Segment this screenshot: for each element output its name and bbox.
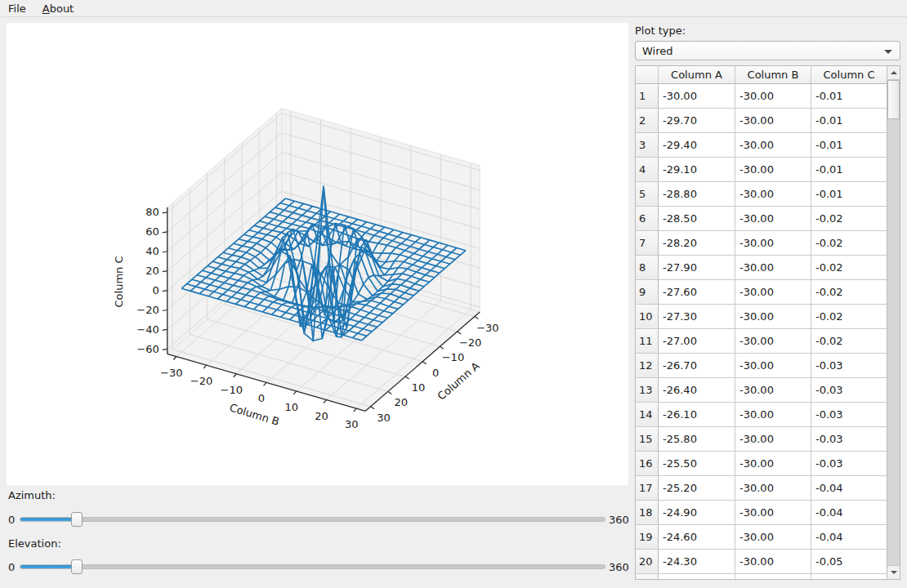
row-number-cell[interactable]: 18	[636, 501, 659, 525]
row-number-cell[interactable]: 13	[636, 378, 659, 403]
row-number-cell[interactable]: 17	[636, 476, 659, 501]
data-cell[interactable]: -0.02	[811, 329, 887, 354]
data-cell[interactable]: -0.03	[811, 452, 887, 476]
row-number-cell[interactable]: 8	[636, 256, 659, 280]
data-cell[interactable]: -30.00	[735, 109, 811, 133]
data-cell[interactable]: -0.05	[811, 550, 887, 574]
data-cell[interactable]: -30.00	[735, 158, 811, 182]
column-header[interactable]: Column B	[735, 66, 811, 83]
row-number-cell[interactable]: 11	[636, 329, 659, 354]
data-cell[interactable]	[811, 574, 887, 579]
row-number-cell[interactable]: 10	[636, 305, 659, 329]
column-header[interactable]: Column C	[811, 66, 887, 83]
data-cell[interactable]: -0.04	[811, 525, 887, 550]
data-cell[interactable]: -0.01	[811, 133, 887, 158]
data-cell[interactable]	[735, 574, 811, 579]
row-number-cell[interactable]: 6	[636, 207, 659, 231]
scroll-up-button[interactable]	[887, 66, 900, 80]
elevation-slider-handle[interactable]	[71, 559, 83, 574]
data-cell[interactable]: -30.00	[735, 427, 811, 452]
data-cell[interactable]: -30.00	[735, 133, 811, 158]
data-cell[interactable]: -30.00	[735, 256, 811, 280]
data-cell[interactable]: -0.01	[811, 182, 887, 207]
row-number-cell[interactable]	[636, 574, 659, 579]
data-cell[interactable]	[659, 574, 735, 579]
data-cell[interactable]: -25.50	[659, 452, 735, 476]
data-cell[interactable]: -30.00	[735, 354, 811, 378]
menu-about[interactable]: About	[34, 1, 82, 16]
data-cell[interactable]: -30.00	[735, 182, 811, 207]
data-cell[interactable]: -0.02	[811, 280, 887, 305]
data-cell[interactable]: -30.00	[735, 280, 811, 305]
data-cell[interactable]: -30.00	[735, 305, 811, 329]
data-cell[interactable]: -24.30	[659, 550, 735, 574]
azimuth-slider-handle[interactable]	[71, 512, 83, 527]
data-cell[interactable]: -29.40	[659, 133, 735, 158]
data-cell[interactable]: -30.00	[735, 403, 811, 427]
data-cell[interactable]: -30.00	[735, 378, 811, 403]
scroll-down-button[interactable]	[887, 565, 900, 579]
row-number-cell[interactable]: 12	[636, 354, 659, 378]
data-cell[interactable]: -0.03	[811, 354, 887, 378]
data-cell[interactable]: -0.01	[811, 84, 887, 109]
data-cell[interactable]: -27.60	[659, 280, 735, 305]
data-cell[interactable]: -0.01	[811, 158, 887, 182]
data-cell[interactable]: -0.01	[811, 109, 887, 133]
row-number-cell[interactable]: 2	[636, 109, 659, 133]
data-cell[interactable]: -30.00	[735, 550, 811, 574]
row-number-cell[interactable]: 4	[636, 158, 659, 182]
row-number-cell[interactable]: 9	[636, 280, 659, 305]
data-cell[interactable]: -25.20	[659, 476, 735, 501]
row-number-cell[interactable]: 5	[636, 182, 659, 207]
data-cell[interactable]: -26.40	[659, 378, 735, 403]
scrollbar-thumb[interactable]	[887, 80, 900, 119]
row-number-cell[interactable]: 16	[636, 452, 659, 476]
data-cell[interactable]: -26.70	[659, 354, 735, 378]
data-cell[interactable]: -30.00	[735, 452, 811, 476]
data-cell[interactable]: -27.30	[659, 305, 735, 329]
data-cell[interactable]: -0.02	[811, 207, 887, 231]
column-header[interactable]: Column A	[659, 66, 735, 83]
data-cell[interactable]: -26.10	[659, 403, 735, 427]
data-cell[interactable]: -29.70	[659, 109, 735, 133]
plot-type-combobox[interactable]: Wired	[635, 41, 900, 60]
table-vertical-scrollbar[interactable]	[887, 66, 900, 579]
data-cell[interactable]: -30.00	[659, 84, 735, 109]
data-cell[interactable]: -0.03	[811, 403, 887, 427]
data-cell[interactable]: -25.80	[659, 427, 735, 452]
data-cell[interactable]: -30.00	[735, 476, 811, 501]
row-number-cell[interactable]: 15	[636, 427, 659, 452]
row-number-cell[interactable]: 7	[636, 231, 659, 256]
row-number-cell[interactable]: 3	[636, 133, 659, 158]
elevation-slider[interactable]	[20, 564, 605, 569]
data-cell[interactable]: -30.00	[735, 207, 811, 231]
data-cell[interactable]: -29.10	[659, 158, 735, 182]
data-cell[interactable]: -30.00	[735, 329, 811, 354]
data-cell[interactable]: -27.00	[659, 329, 735, 354]
corner-header-cell[interactable]	[636, 66, 659, 83]
row-number-cell[interactable]: 1	[636, 84, 659, 109]
data-cell[interactable]: -28.50	[659, 207, 735, 231]
data-cell[interactable]: -0.02	[811, 305, 887, 329]
data-cell[interactable]: -0.04	[811, 501, 887, 525]
data-cell[interactable]: -0.02	[811, 231, 887, 256]
azimuth-slider[interactable]	[20, 517, 605, 522]
data-cell[interactable]: -0.03	[811, 378, 887, 403]
data-cell[interactable]: -28.20	[659, 231, 735, 256]
data-cell[interactable]: -30.00	[735, 501, 811, 525]
data-cell[interactable]: -30.00	[735, 231, 811, 256]
data-cell[interactable]: -0.03	[811, 427, 887, 452]
row-number-cell[interactable]: 20	[636, 550, 659, 574]
row-number-cell[interactable]: 19	[636, 525, 659, 550]
data-cell[interactable]: -24.90	[659, 501, 735, 525]
data-cell[interactable]: -24.60	[659, 525, 735, 550]
data-cell[interactable]: -30.00	[735, 84, 811, 109]
menu-file[interactable]: File	[0, 1, 34, 16]
data-cell[interactable]: -0.02	[811, 256, 887, 280]
data-cell[interactable]: -0.04	[811, 476, 887, 501]
row-number-cell[interactable]: 14	[636, 403, 659, 427]
data-cell[interactable]: -30.00	[735, 525, 811, 550]
data-cell[interactable]: -28.80	[659, 182, 735, 207]
data-cell[interactable]: -27.90	[659, 256, 735, 280]
3d-plot-canvas[interactable]: −30−20−100102030−30−20−10010203080604020…	[7, 23, 628, 485]
